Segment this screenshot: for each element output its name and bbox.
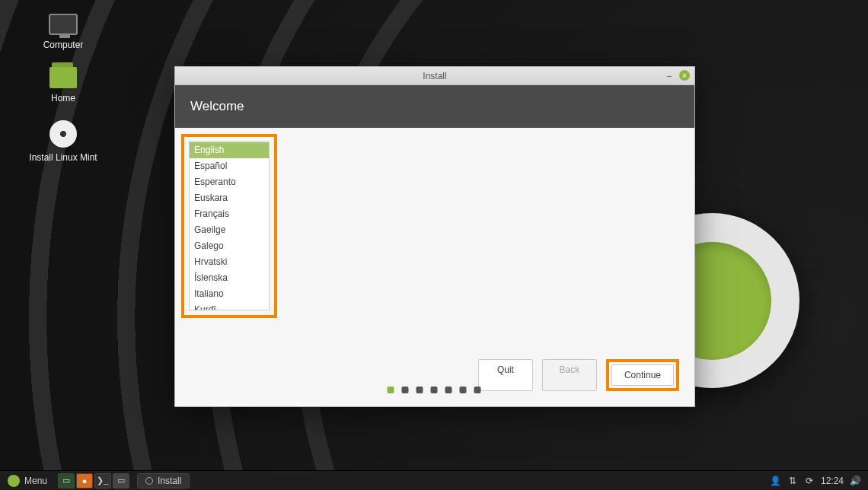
quit-button[interactable]: Quit [478,359,533,391]
language-option[interactable]: Español [190,158,269,174]
desktop-icons: ComputerHomeInstall Linux Mint [21,8,105,173]
firefox-launcher[interactable]: ● [76,473,93,488]
menu-label: Menu [24,476,47,486]
task-icon [145,477,153,485]
taskbar: Menu ▭ ● ❯_ ▭ Install 👤 ⇅ ⟳ 12:24 🔊 [0,470,868,490]
installer-window: Install – × Welcome EnglishEspañolEspera… [174,66,695,407]
language-option[interactable]: Íslenska [190,270,269,286]
menu-button[interactable]: Menu [0,475,55,487]
menu-icon [8,475,20,487]
highlight-continue: Continue [606,359,679,391]
language-option[interactable]: Kurdî [190,302,269,310]
progress-dot [445,387,452,393]
language-option[interactable]: English [190,142,269,158]
icon-label: Home [21,93,105,103]
files-launcher[interactable]: ▭ [113,473,129,488]
home-glyph [49,67,77,88]
continue-button[interactable]: Continue [611,364,674,386]
back-button: Back [542,359,597,391]
page-title: Welcome [190,99,244,113]
install-mint-icon[interactable]: Install Linux Mint [21,114,105,173]
progress-dot [402,387,409,393]
page-header: Welcome [175,85,694,128]
system-tray: 👤 ⇅ ⟳ 12:24 🔊 [771,476,868,486]
language-option[interactable]: Galego [190,238,269,254]
progress-dot [416,387,423,393]
language-option[interactable]: Hrvatski [190,254,269,270]
installer-content: EnglishEspañolEsperantoEuskaraFrançaisGa… [175,128,694,406]
button-bar: Quit Back Continue [478,359,679,391]
clock[interactable]: 12:24 [821,476,844,486]
computer-icon[interactable]: Computer [21,8,105,61]
updates-icon[interactable]: ⟳ [804,476,815,486]
terminal-launcher[interactable]: ❯_ [94,473,111,488]
home-icon[interactable]: Home [21,61,105,114]
language-list[interactable]: EnglishEspañolEsperantoEuskaraFrançaisGa… [189,142,270,310]
progress-dots [388,387,481,393]
progress-dot [388,387,394,393]
language-option[interactable]: Français [190,206,269,222]
user-icon[interactable]: 👤 [771,476,781,486]
network-icon[interactable]: ⇅ [787,476,798,486]
disc-glyph [49,120,77,148]
language-option[interactable]: Euskara [190,190,269,206]
language-option[interactable]: Esperanto [190,174,269,190]
close-button[interactable]: × [679,70,690,81]
progress-dot [474,387,481,393]
progress-dot [431,387,438,393]
icon-label: Computer [21,40,105,50]
minimize-button[interactable]: – [664,70,675,81]
language-option[interactable]: Italiano [190,286,269,302]
taskbar-install-window[interactable]: Install [137,473,190,488]
show-desktop-button[interactable]: ▭ [58,473,75,488]
task-label: Install [158,476,181,486]
progress-dot [460,387,467,393]
volume-icon[interactable]: 🔊 [850,476,860,486]
window-title: Install [423,71,446,81]
computer-glyph [49,14,78,35]
quick-launch: ▭ ● ❯_ ▭ [55,473,132,488]
language-option[interactable]: Gaeilge [190,222,269,238]
icon-label: Install Linux Mint [21,152,105,163]
window-titlebar[interactable]: Install – × [175,67,694,85]
